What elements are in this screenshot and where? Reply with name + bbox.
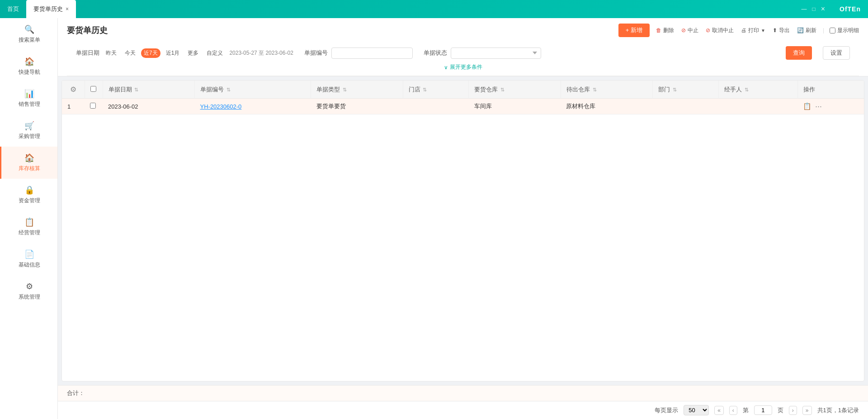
prev-page-button[interactable]: ‹	[729, 406, 737, 415]
row-edit-icon[interactable]: 📋	[803, 102, 811, 110]
pagination-bar: 每页显示 50 10 20 100 « ‹ 第 页 › » 共1页，1条记录	[58, 401, 868, 419]
window-maximize[interactable]: □	[812, 6, 815, 12]
document-icon: 📄	[24, 249, 34, 259]
row-num: 1	[62, 99, 85, 114]
order-no-input[interactable]	[331, 48, 413, 59]
tab-order-history[interactable]: 要货单历史 ×	[26, 0, 76, 18]
dept-sort-icon[interactable]: ⇅	[673, 87, 677, 92]
handler-sort-icon[interactable]: ⇅	[745, 87, 749, 92]
expand-more-label: 展开更多条件	[450, 63, 482, 71]
refresh-button[interactable]: 🔄 刷新	[796, 25, 817, 36]
settings-button[interactable]: 设置	[823, 46, 850, 60]
filter-bar: 单据日期 昨天 今天 近7天 近1月 更多 自定义 2023-05-27 至 2…	[67, 42, 859, 76]
export-icon: ⬆	[773, 27, 777, 33]
row-actions: 📋 ⋯	[797, 99, 864, 114]
next-page-button[interactable]: ›	[789, 406, 797, 415]
cancel-stop-button[interactable]: ⊘ 取消中止	[705, 25, 735, 36]
query-button[interactable]: 查询	[786, 46, 812, 60]
tab-close-icon[interactable]: ×	[66, 6, 69, 12]
inventory-icon: 🏠	[24, 153, 34, 163]
type-sort-icon[interactable]: ⇅	[343, 87, 347, 92]
sidebar-label-system: 系统管理	[19, 293, 40, 301]
dept-col-header: 部门 ⇅	[653, 81, 719, 99]
row-dept	[653, 99, 719, 114]
sidebar-label-shortcut: 快捷导航	[19, 68, 40, 76]
handler-col-header: 经手人 ⇅	[719, 81, 798, 99]
gear-icon: ⚙	[26, 281, 33, 291]
type-col-header: 单据类型 ⇅	[311, 81, 403, 99]
expand-more-button[interactable]: ∨ 展开更多条件	[76, 63, 850, 71]
shortcut-1month[interactable]: 近1月	[163, 48, 183, 58]
cart-icon: 🛒	[24, 121, 34, 131]
sidebar-item-base[interactable]: 📄 基础信息	[0, 243, 57, 275]
filter-row-1: 单据日期 昨天 今天 近7天 近1月 更多 自定义 2023-05-27 至 2…	[76, 46, 850, 60]
tab-home[interactable]: 首页	[0, 0, 26, 18]
table-settings-icon[interactable]: ⚙	[67, 85, 79, 94]
window-close[interactable]: ×	[821, 5, 825, 13]
display-cell-button[interactable]: 显示明细	[830, 27, 859, 34]
order-no-col-header: 单据编号 ⇅	[195, 81, 311, 99]
date-sort-icon[interactable]: ⇅	[134, 87, 138, 92]
last-page-button[interactable]: »	[802, 406, 812, 415]
sidebar-item-operations[interactable]: 📋 经营管理	[0, 211, 57, 243]
top-bar: 首页 要货单历史 × — □ × OfTEn	[0, 0, 868, 18]
search-icon: 🔍	[24, 24, 34, 34]
sidebar-item-system[interactable]: ⚙ 系统管理	[0, 275, 57, 307]
chart-icon: 📊	[24, 89, 34, 99]
delete-icon: 🗑	[656, 27, 661, 33]
shortcut-more[interactable]: 更多	[185, 48, 201, 58]
sidebar-label-inventory: 库存核算	[19, 165, 40, 172]
stop-button[interactable]: ⊘ 中止	[680, 25, 699, 36]
top-tabs: 首页 要货单历史 ×	[0, 0, 801, 18]
print-button[interactable]: 🖨 打印 ▼	[740, 25, 766, 36]
row-more-icon[interactable]: ⋯	[815, 102, 822, 110]
sidebar-label-purchase: 采购管理	[19, 133, 40, 140]
sidebar-item-inventory[interactable]: 🏠 库存核算	[0, 147, 57, 179]
main-layout: 🔍 搜索菜单 🏠 快捷导航 📊 销售管理 🛒 采购管理 🏠 库存核算 🔒 资金管…	[0, 18, 868, 419]
data-table: ⚙ 单据日期 ⇅ 单据编号 ⇅	[62, 81, 864, 114]
print-icon: 🖨	[741, 27, 746, 33]
row-checkbox	[85, 99, 103, 114]
row-store	[403, 99, 469, 114]
table-header-row: ⚙ 单据日期 ⇅ 单据编号 ⇅	[62, 81, 864, 99]
store-sort-icon[interactable]: ⇅	[423, 87, 427, 92]
per-page-select[interactable]: 50 10 20 100	[684, 405, 709, 415]
select-all-checkbox[interactable]	[90, 86, 96, 92]
export-button[interactable]: ⬆ 导出	[772, 25, 791, 36]
page-suffix: 页	[778, 406, 783, 414]
row-select-checkbox[interactable]	[90, 103, 96, 109]
table-area: ⚙ 单据日期 ⇅ 单据编号 ⇅	[61, 80, 864, 381]
req-wh-sort-icon[interactable]: ⇅	[500, 87, 505, 92]
refresh-icon: 🔄	[797, 27, 804, 33]
content-area: 要货单历史 + 新增 🗑 删除 ⊘ 中止 ⊘ 取消中止	[58, 18, 868, 419]
window-minimize[interactable]: —	[801, 6, 807, 12]
sidebar-label-base: 基础信息	[19, 261, 40, 269]
delete-button[interactable]: 🗑 删除	[655, 25, 675, 36]
page-input[interactable]	[754, 405, 772, 415]
sidebar-item-purchase[interactable]: 🛒 采购管理	[0, 114, 57, 147]
clipboard-icon: 📋	[24, 217, 34, 227]
sidebar-item-sales[interactable]: 📊 销售管理	[0, 82, 57, 114]
row-order-no: YH-20230602-0	[195, 99, 311, 114]
shortcut-custom[interactable]: 自定义	[204, 48, 226, 58]
shortcut-7days[interactable]: 近7天	[141, 48, 160, 58]
home-icon: 🏠	[24, 57, 34, 67]
store-col-header: 门店 ⇅	[403, 81, 469, 99]
order-no-filter-group: 单据编号	[304, 48, 413, 59]
sidebar-item-search[interactable]: 🔍 搜索菜单	[0, 18, 57, 50]
sidebar-item-finance[interactable]: 🔒 资金管理	[0, 179, 57, 211]
display-cell-checkbox[interactable]	[830, 28, 835, 33]
sidebar-item-shortcut[interactable]: 🏠 快捷导航	[0, 50, 57, 82]
order-no-link[interactable]: YH-20230602-0	[200, 103, 242, 110]
new-button[interactable]: + 新增	[618, 24, 650, 37]
status-select[interactable]	[451, 48, 541, 59]
shortcut-yesterday[interactable]: 昨天	[103, 48, 119, 58]
status-filter-group: 单据状态	[424, 48, 541, 59]
first-page-button[interactable]: «	[714, 406, 724, 415]
order-no-sort-icon[interactable]: ⇅	[226, 87, 231, 92]
sidebar-label-sales: 销售管理	[19, 100, 40, 108]
shortcut-today[interactable]: 今天	[122, 48, 138, 58]
pending-wh-sort-icon[interactable]: ⇅	[593, 87, 597, 92]
settings-col-header: ⚙	[62, 81, 85, 99]
expand-more-icon: ∨	[444, 64, 448, 71]
